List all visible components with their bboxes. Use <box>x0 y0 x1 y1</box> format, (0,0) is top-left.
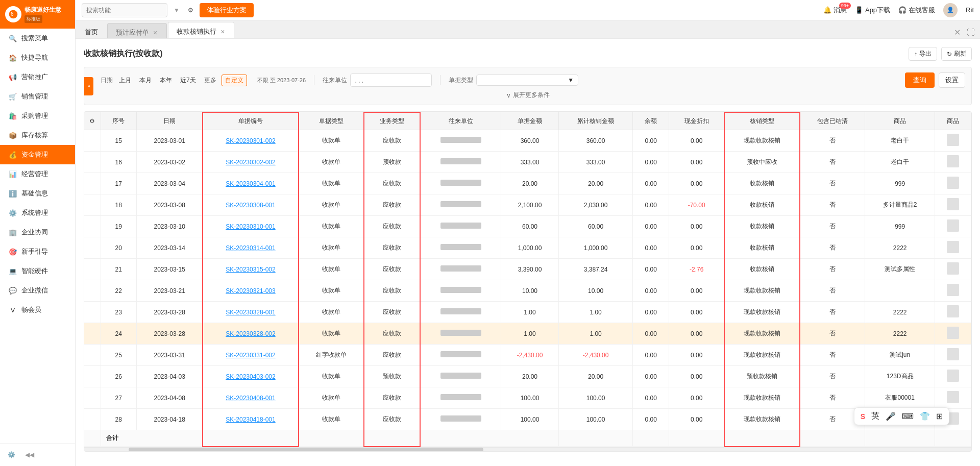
sidebar-item-system[interactable]: ⚙️ 系统管理 <box>0 203 75 223</box>
sidebar-item-member[interactable]: V 畅会员 <box>0 300 75 320</box>
receipt-no-link[interactable]: SK-20230328-002 <box>226 330 275 337</box>
sidebar-item-enterprise[interactable]: 🏢 企业协同 <box>0 223 75 242</box>
cell-receipt-no[interactable]: SK-20230403-002 <box>203 366 298 387</box>
tab-prepay[interactable]: 预计应付单 × <box>107 23 167 38</box>
collapse-icon[interactable]: ◀◀ <box>22 448 37 462</box>
cell-receipt-no[interactable]: SK-20230328-001 <box>203 302 298 323</box>
microphone-icon[interactable]: 🎤 <box>886 411 896 421</box>
cell-balance: 0.00 <box>633 409 669 430</box>
this-year-btn[interactable]: 本年 <box>157 75 175 86</box>
cell-date: 2023-03-15 <box>137 259 203 280</box>
receipt-no-link[interactable]: SK-20230308-001 <box>226 202 275 209</box>
cell-cancel-type: 现款收款核销 <box>724 302 799 323</box>
solution-button[interactable]: 体验行业方案 <box>200 3 254 17</box>
expand-tab-icon[interactable]: ⛶ <box>966 27 976 38</box>
expand-more-link[interactable]: ∨ 展开更多条件 <box>506 91 550 100</box>
receipt-no-link[interactable]: SK-20230315-002 <box>226 266 275 273</box>
receipt-no-link[interactable]: SK-20230314-001 <box>226 244 275 252</box>
grid-icon[interactable]: ⊞ <box>936 411 943 421</box>
cell-empty <box>84 280 101 302</box>
sidebar-item-basic[interactable]: ℹ️ 基础信息 <box>0 184 75 203</box>
sidebar-item-search[interactable]: 🔍 搜索菜单 <box>0 29 75 48</box>
cell-receipt-no[interactable]: SK-20230304-001 <box>203 173 298 194</box>
online-service-link[interactable]: 🎧 在线客服 <box>898 6 935 15</box>
partner-select[interactable]: ... <box>350 73 432 87</box>
receipt-no-link[interactable]: SK-20230331-002 <box>226 352 275 359</box>
tab-collection[interactable]: 收款核销执行 × <box>168 22 234 38</box>
filter-receipt-type-field: 单据类型 ▼ <box>449 75 578 86</box>
cell-receipt-no[interactable]: SK-20230315-002 <box>203 259 298 280</box>
sidebar-item-sales[interactable]: 🛒 销售管理 <box>0 87 75 106</box>
cell-receipt-no[interactable]: SK-20230302-002 <box>203 152 298 173</box>
cell-receipt-no[interactable]: SK-20230314-001 <box>203 237 298 259</box>
cell-empty <box>84 173 101 194</box>
filter-expand-btn[interactable]: » <box>84 77 93 95</box>
sidebar-item-marketing[interactable]: 📢 营销推广 <box>0 67 75 87</box>
keyboard-icon[interactable]: ⌨ <box>902 411 914 421</box>
cell-receipt-no[interactable]: SK-20230408-001 <box>203 387 298 409</box>
cell-receipt-no[interactable]: SK-20230310-001 <box>203 216 298 237</box>
footer-col4 <box>299 430 364 447</box>
cell-receipt-no[interactable]: SK-20230321-003 <box>203 280 298 302</box>
col-discount: 现金折扣 <box>669 112 725 130</box>
receipt-no-link[interactable]: SK-20230301-002 <box>226 137 275 144</box>
sidebar-item-quicknav[interactable]: 🏠 快捷导航 <box>0 48 75 67</box>
avatar[interactable]: 👤 <box>943 3 958 17</box>
sidebar-item-guide[interactable]: 🎯 新手引导 <box>0 242 75 261</box>
col-settings[interactable]: ⚙ <box>84 112 101 130</box>
last-7days-btn[interactable]: 近7天 <box>177 75 199 86</box>
cell-receipt-no[interactable]: SK-20230331-002 <box>203 345 298 366</box>
cell-balance: 0.00 <box>633 259 669 280</box>
receipt-no-link[interactable]: SK-20230328-001 <box>226 309 275 316</box>
refresh-button[interactable]: ↻ 刷新 <box>941 47 972 61</box>
footer-col14 <box>935 430 971 447</box>
cell-receipt-no[interactable]: SK-20230301-002 <box>203 130 298 152</box>
notify-button[interactable]: 🔔 消息 99+ <box>823 6 847 15</box>
more-btn[interactable]: 更多 <box>201 75 219 86</box>
cell-empty <box>84 345 101 366</box>
setting-button[interactable]: 设置 <box>939 72 965 88</box>
scrollbar-thumb[interactable] <box>129 448 483 451</box>
tab-prepay-close[interactable]: × <box>152 29 158 36</box>
receipt-type-select[interactable]: ▼ <box>476 75 578 86</box>
tab-collection-close[interactable]: × <box>219 28 226 35</box>
cell-goods-thumb <box>935 259 971 280</box>
cell-index: 22 <box>101 280 137 302</box>
settings-bottom-icon[interactable]: ⚙️ <box>4 448 18 462</box>
sidebar-item-hardware[interactable]: 💻 智能硬件 <box>0 261 75 281</box>
query-button[interactable]: 查询 <box>905 72 935 88</box>
this-month-btn[interactable]: 本月 <box>136 75 155 86</box>
cell-goods-thumb <box>935 345 971 366</box>
cell-receipt-no[interactable]: SK-20230418-001 <box>203 409 298 430</box>
receipt-no-link[interactable]: SK-20230310-001 <box>226 223 275 230</box>
float-input-lang[interactable]: 英 <box>871 411 879 422</box>
receipt-no-link[interactable]: SK-20230302-002 <box>226 159 275 166</box>
close-tab-icon[interactable]: ✕ <box>953 27 962 38</box>
receipt-no-link[interactable]: SK-20230403-002 <box>226 373 275 380</box>
receipt-no-link[interactable]: SK-20230321-003 <box>226 287 275 295</box>
col-amount: 单据金额 <box>501 112 558 130</box>
cell-discount: 0.00 <box>669 366 725 387</box>
table-scrollbar[interactable] <box>84 447 971 451</box>
receipt-no-link[interactable]: SK-20230418-001 <box>226 416 275 423</box>
last-month-btn[interactable]: 上月 <box>116 75 134 86</box>
sidebar-item-inventory[interactable]: 📦 库存核算 <box>0 126 75 145</box>
sidebar-item-operation[interactable]: 📊 经营管理 <box>0 164 75 184</box>
receipt-no-link[interactable]: SK-20230408-001 <box>226 395 275 402</box>
cell-receipt-no[interactable]: SK-20230308-001 <box>203 194 298 216</box>
sidebar-item-purchase[interactable]: 🛍️ 采购管理 <box>0 106 75 126</box>
settings-icon[interactable]: ⚙ <box>186 7 195 14</box>
tab-home[interactable]: 首页 <box>77 23 106 38</box>
cell-index: 19 <box>101 216 137 237</box>
app-download-link[interactable]: 📱 App下载 <box>855 6 890 15</box>
custom-date-btn[interactable]: 自定义 <box>222 75 247 86</box>
chevron-down-icon[interactable]: ▼ <box>172 7 182 14</box>
cell-receipt-no[interactable]: SK-20230328-002 <box>203 323 298 345</box>
search-input[interactable] <box>82 3 167 17</box>
receipt-no-link[interactable]: SK-20230304-001 <box>226 180 275 187</box>
sidebar-item-finance[interactable]: 💰 资金管理 <box>0 145 75 164</box>
cell-cancel-type: 收款核销 <box>724 194 799 216</box>
export-button[interactable]: ↑ 导出 <box>909 47 937 61</box>
shirt-icon[interactable]: 👕 <box>920 411 930 421</box>
sidebar-item-wechat[interactable]: 💬 企业微信 <box>0 281 75 300</box>
